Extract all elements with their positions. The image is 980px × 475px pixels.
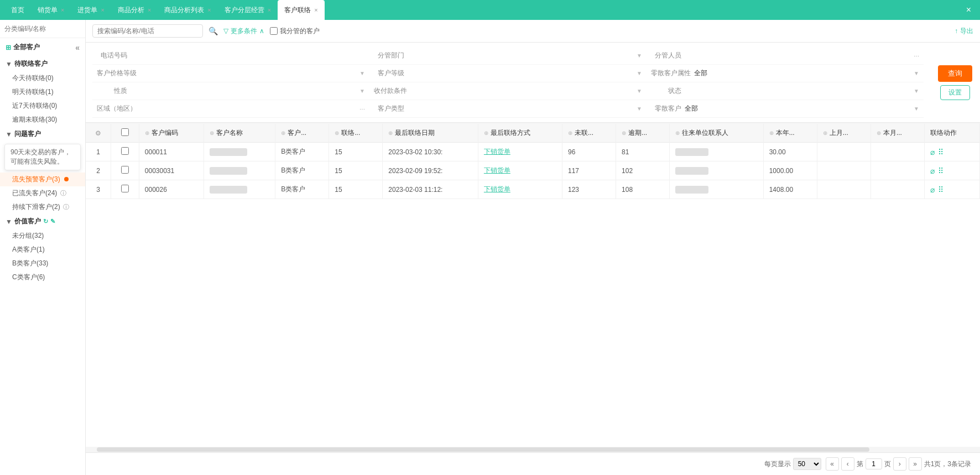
more-actions-icon[interactable]: ⠿ [938, 148, 943, 156]
next-page-btn[interactable]: › [893, 457, 906, 471]
tab-product-analysis[interactable]: 商品分析 × [111, 0, 158, 20]
row-checkbox[interactable] [121, 166, 129, 174]
tab-sales-order[interactable]: 销货单 × [31, 0, 71, 20]
close-tab-product-analysis-list[interactable]: × [207, 7, 211, 13]
row-checkbox[interactable] [121, 147, 129, 155]
edit-value-icon[interactable]: ✎ [50, 218, 55, 225]
filter-manager-label: 分管人员 [651, 51, 681, 60]
my-customers-check[interactable]: 我分管的客户 [270, 27, 320, 36]
sidebar-item-class-b[interactable]: B类客户(33) [0, 257, 85, 270]
row-check[interactable] [111, 180, 139, 199]
sidebar-search-input[interactable] [4, 25, 86, 33]
sidebar-item-declining[interactable]: 持续下滑客户(2) ⓘ [0, 200, 85, 214]
per-page-select[interactable]: 50 100 200 [793, 458, 821, 470]
tab-product-analysis-list[interactable]: 商品分析列表 × [158, 0, 217, 20]
more-actions-icon[interactable]: ⠿ [938, 166, 943, 175]
row-code: 000026 [139, 180, 204, 199]
row-last-date: 2023-03-02 10:30: [383, 143, 478, 161]
more-conditions-btn[interactable]: ▽ 更多条件 ∧ [223, 27, 264, 36]
page-unit: 页 [884, 460, 891, 469]
sidebar-item-tomorrow[interactable]: 明天待联络(1) [0, 85, 85, 99]
row-this-year: 30.00 [763, 143, 817, 161]
collapse-sidebar-icon[interactable]: « [75, 43, 80, 52]
filter-retail-customer-label: 零散客户 [651, 104, 681, 113]
th-action: 联络动作 [924, 124, 979, 143]
my-customers-checkbox[interactable] [270, 27, 278, 35]
sidebar-group-value[interactable]: ▼ 价值客户 ↻ ✎ [0, 214, 85, 229]
filter-price-level-select[interactable]: ▼ [140, 70, 365, 76]
sidebar-item-ungrouped[interactable]: 未分组(32) [0, 229, 85, 243]
more-actions-icon[interactable]: ⠿ [938, 185, 943, 194]
tab-home[interactable]: 首页 [4, 0, 31, 20]
row-checkbox[interactable] [121, 185, 129, 192]
th-contact-person: ⊕往来单位联系人 [670, 124, 764, 143]
row-name: ████████ [204, 161, 275, 180]
export-btn[interactable]: ↑ 导出 [955, 27, 973, 36]
sidebar-item-class-c[interactable]: C类客户(6) [0, 270, 85, 284]
horizontal-scrollbar[interactable] [86, 447, 980, 452]
filter-dept-select[interactable]: ▼ [408, 53, 642, 59]
filter-nature-label: 性质 [97, 86, 127, 96]
contact-icon[interactable]: ⌀ [930, 148, 935, 156]
close-tab-purchase-order[interactable]: × [101, 7, 104, 13]
table-settings-icon[interactable]: ⚙ [95, 129, 101, 137]
filter-payment-terms-select[interactable]: ▼ [410, 88, 642, 94]
settings-button[interactable]: 设置 [940, 85, 970, 100]
window-close-button[interactable]: × [962, 5, 976, 15]
contact-method-link[interactable]: 下销货单 [484, 148, 510, 155]
prev-page-btn[interactable]: ‹ [841, 457, 854, 471]
filter-customer-level-select[interactable]: ▼ [408, 70, 642, 76]
sidebar-item-overdue-contact[interactable]: 逾期未联络(30) [0, 113, 85, 127]
contact-method-link[interactable]: 下销货单 [484, 166, 510, 174]
page-number-input[interactable] [866, 458, 882, 469]
contact-icon[interactable]: ⌀ [930, 185, 935, 194]
sidebar-group-problem[interactable]: ▼ 问题客户 [0, 127, 85, 142]
filter-status-select[interactable]: ▼ [685, 88, 919, 94]
sidebar-item-7days[interactable]: 近7天待联络(0) [0, 99, 85, 113]
row-this-month [870, 161, 924, 180]
row-check[interactable] [111, 161, 139, 180]
filter-customer-type-select[interactable]: ▼ [408, 106, 642, 112]
region-dots-icon[interactable]: ··· [359, 105, 365, 113]
row-overdue: 81 [616, 143, 670, 161]
filter-nature-select[interactable]: ▼ [131, 88, 365, 94]
contact-method-link[interactable]: 下销货单 [484, 185, 510, 193]
close-tab-product-analysis[interactable]: × [148, 7, 151, 13]
sidebar-item-churn-warning[interactable]: 流失预警客户(3) [0, 173, 85, 186]
last-page-btn[interactable]: » [909, 457, 922, 471]
query-button[interactable]: 查询 [938, 65, 972, 82]
search-input[interactable] [92, 24, 203, 38]
row-check[interactable] [111, 143, 139, 161]
dept-chevron-icon: ▼ [637, 53, 642, 59]
table-row: 2 00030031 ████████ B类客户 15 2023-02-09 1… [86, 161, 980, 180]
filter-icon: ▽ [223, 27, 228, 35]
table-footer: 每页显示 50 100 200 « ‹ 第 页 › » 共1页，3条记录 [86, 452, 980, 475]
filter-retail-customer-select[interactable]: 全部 ▼ [685, 104, 919, 113]
retail-customer-chevron-icon: ▼ [914, 106, 919, 112]
tab-customer-contact[interactable]: 客户联络 × [278, 0, 324, 20]
tab-purchase-order[interactable]: 进货单 × [71, 0, 111, 20]
toolbar-search-icon[interactable]: 🔍 [208, 27, 218, 35]
row-last-method: 下销货单 [478, 180, 562, 199]
filter-dept-label: 分管部门 [374, 51, 404, 60]
close-tab-sales-order[interactable]: × [61, 7, 64, 13]
filter-retail-attr-label: 零散客户属性 [651, 69, 691, 78]
tab-customer-tier[interactable]: 客户分层经营 × [218, 0, 278, 20]
row-contact-count: 15 [329, 180, 383, 199]
filter-phone-input[interactable] [131, 52, 365, 60]
close-tab-customer-tier[interactable]: × [268, 7, 271, 13]
th-type: ⊕客户... [275, 124, 329, 143]
th-contact-count: ⊕联络... [329, 124, 383, 143]
sidebar-item-today[interactable]: 今天待联络(0) [0, 71, 85, 85]
sidebar-item-class-a[interactable]: A类客户(1) [0, 243, 85, 257]
refresh-icon[interactable]: ↻ [43, 218, 48, 225]
close-tab-customer-contact[interactable]: × [314, 7, 317, 13]
first-page-btn[interactable]: « [826, 457, 839, 471]
contact-icon[interactable]: ⌀ [930, 166, 935, 175]
row-overdue: 102 [616, 161, 670, 180]
manager-dots-icon[interactable]: ··· [914, 52, 919, 60]
select-all-checkbox[interactable] [121, 128, 129, 136]
sidebar-group-pending[interactable]: ▼ 待联络客户 [0, 56, 85, 71]
filter-retail-attr-select[interactable]: 全部 ▼ [694, 69, 919, 78]
sidebar-item-churned[interactable]: 已流失客户(24) ⓘ [0, 186, 85, 200]
